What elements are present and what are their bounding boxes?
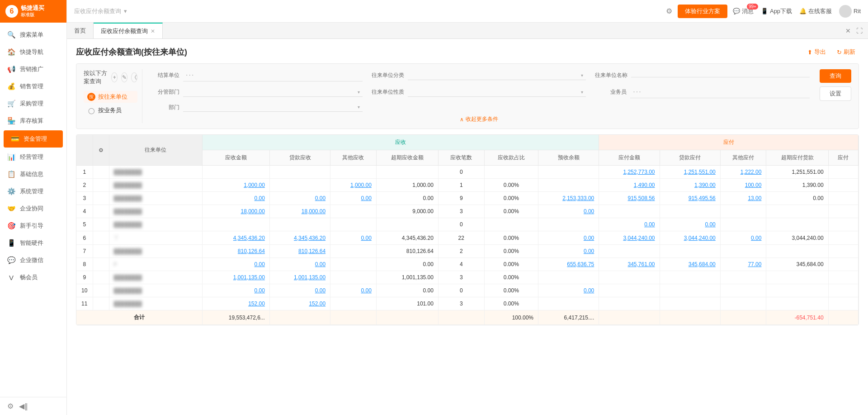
table-cell[interactable] xyxy=(330,297,377,310)
table-cell[interactable] xyxy=(599,205,660,218)
table-cell[interactable]: 0.00 xyxy=(269,284,330,297)
table-cell[interactable] xyxy=(660,205,720,218)
table-cell[interactable]: 18,000.00 xyxy=(202,205,269,218)
table-cell[interactable]: 2,153,333.00 xyxy=(538,192,599,205)
table-cell[interactable] xyxy=(330,258,377,271)
table-cell[interactable]: 152.00 xyxy=(269,297,330,310)
table-cell[interactable] xyxy=(720,245,766,258)
table-cell[interactable] xyxy=(269,179,330,192)
sidebar-item-系统管理[interactable]: ⚙️ 系统管理 xyxy=(0,183,66,200)
table-cell[interactable] xyxy=(538,218,599,231)
table-cell[interactable] xyxy=(660,284,720,297)
table-cell[interactable]: 100.00 xyxy=(720,179,766,192)
table-cell[interactable] xyxy=(720,218,766,231)
table-cell[interactable]: 0.00 xyxy=(538,245,599,258)
sidebar-item-畅会员[interactable]: V 畅会员 xyxy=(0,269,66,286)
table-cell[interactable]: 0.00 xyxy=(599,218,660,231)
table-cell[interactable]: 1,390.00 xyxy=(660,179,720,192)
table-cell[interactable]: 1,222.00 xyxy=(720,166,766,179)
settings-icon[interactable]: ⚙ xyxy=(7,402,14,410)
table-cell[interactable]: 0.00 xyxy=(330,231,377,245)
breadcrumb-chevron[interactable]: ▾ xyxy=(124,8,127,14)
table-cell[interactable]: 0.00 xyxy=(269,192,330,205)
table-cell[interactable]: 1,490.00 xyxy=(599,179,660,192)
partner-name-input[interactable] xyxy=(631,73,810,77)
sidebar-item-智能硬件[interactable]: 📱 智能硬件 xyxy=(0,234,66,252)
table-cell[interactable] xyxy=(538,271,599,284)
table-cell[interactable]: 0.00 xyxy=(538,284,599,297)
partner-nature-select[interactable]: ▾ xyxy=(408,88,586,97)
table-cell[interactable]: 0.00 xyxy=(660,218,720,231)
table-cell[interactable]: 0.00 xyxy=(269,258,330,271)
table-cell[interactable] xyxy=(330,166,377,179)
table-cell[interactable]: 18,000.00 xyxy=(269,205,330,218)
sidebar-item-新手引导[interactable]: 🎯 新手引导 xyxy=(0,217,66,234)
table-cell[interactable] xyxy=(599,284,660,297)
table-cell[interactable]: 1,251,551.00 xyxy=(660,166,720,179)
sidebar-item-搜索菜单[interactable]: 🔍 搜索菜单 xyxy=(0,26,66,43)
tab-home[interactable]: 首页 xyxy=(67,23,94,38)
table-cell[interactable]: 0.00 xyxy=(202,258,269,271)
table-cell[interactable] xyxy=(660,271,720,284)
table-cell[interactable]: 1,001,135.00 xyxy=(202,271,269,284)
table-cell[interactable] xyxy=(599,245,660,258)
table-cell[interactable]: 345,761.00 xyxy=(599,258,660,271)
solution-button[interactable]: 体验行业方案 xyxy=(678,5,727,18)
table-cell[interactable]: 3,044,240.00 xyxy=(660,231,720,245)
table-cell[interactable] xyxy=(720,205,766,218)
table-cell[interactable] xyxy=(330,245,377,258)
user-avatar-area[interactable]: Rit xyxy=(839,5,861,18)
table-cell[interactable]: 4,345,436.20 xyxy=(269,231,330,245)
app-download-action[interactable]: 📱 App下载 xyxy=(761,7,792,15)
table-cell[interactable]: 915,495.56 xyxy=(660,192,720,205)
table-cell[interactable]: 0.00 xyxy=(202,284,269,297)
table-cell[interactable] xyxy=(202,166,269,179)
sidebar-item-库存核算[interactable]: 🏪 库存核算 xyxy=(0,112,66,129)
sidebar-item-采购管理[interactable]: 🛒 采购管理 xyxy=(0,95,66,112)
table-cell[interactable] xyxy=(330,205,377,218)
table-cell[interactable] xyxy=(720,271,766,284)
close-tab-button[interactable]: ✕ xyxy=(844,25,853,36)
table-cell[interactable]: 915,508.56 xyxy=(599,192,660,205)
col-settings[interactable]: ⚙ xyxy=(93,135,109,166)
sidebar-item-经营管理[interactable]: 📊 经营管理 xyxy=(0,148,66,166)
sidebar-item-营销推广[interactable]: 📢 营销推广 xyxy=(0,61,66,78)
table-cell[interactable] xyxy=(720,297,766,310)
query-button[interactable]: 查询 xyxy=(820,69,851,83)
edit-scheme-button[interactable]: ✎ xyxy=(121,72,127,82)
partner-category-select[interactable]: ▾ xyxy=(408,71,586,80)
table-cell[interactable] xyxy=(538,297,599,310)
table-cell[interactable] xyxy=(599,271,660,284)
table-cell[interactable]: 1,252,773.00 xyxy=(599,166,660,179)
gear-icon[interactable]: ⚙ xyxy=(666,7,672,15)
table-cell[interactable] xyxy=(538,179,599,192)
table-cell[interactable]: 0.00 xyxy=(538,231,599,245)
collapse-scheme-button[interactable]: 《 xyxy=(131,72,137,82)
salesperson-input[interactable]: ··· xyxy=(630,86,810,98)
table-cell[interactable] xyxy=(599,297,660,310)
table-cell[interactable]: 810,126.64 xyxy=(269,245,330,258)
sidebar-item-企业微信[interactable]: 💬 企业微信 xyxy=(0,252,66,269)
refresh-button[interactable]: ↻ 刷新 xyxy=(833,46,859,58)
setting-button[interactable]: 设置 xyxy=(820,86,851,101)
scheme-by-partner[interactable]: 按 按往来单位 xyxy=(84,91,137,103)
table-cell[interactable]: 0.00 xyxy=(330,192,377,205)
table-cell[interactable] xyxy=(538,166,599,179)
table-cell[interactable]: 0.00 xyxy=(202,192,269,205)
table-cell[interactable]: 4,345,436.20 xyxy=(202,231,269,245)
table-cell[interactable]: 1,001,135.00 xyxy=(269,271,330,284)
table-cell[interactable] xyxy=(269,166,330,179)
table-cell[interactable]: 0.00 xyxy=(538,205,599,218)
table-cell[interactable]: 345,684.00 xyxy=(660,258,720,271)
sidebar-item-快捷导航[interactable]: 🏠 快捷导航 xyxy=(0,43,66,61)
collapse-row[interactable]: ∧ 收起更多条件 xyxy=(148,115,810,123)
message-action[interactable]: 💬 消息 99+ xyxy=(733,7,754,15)
table-cell[interactable]: 152.00 xyxy=(202,297,269,310)
table-cell[interactable]: 3,044,240.00 xyxy=(599,231,660,245)
table-cell[interactable]: 13.00 xyxy=(720,192,766,205)
table-cell[interactable] xyxy=(720,284,766,297)
table-cell[interactable] xyxy=(330,271,377,284)
tab-close-icon[interactable]: ✕ xyxy=(151,28,155,34)
table-cell[interactable] xyxy=(330,218,377,231)
dept-select[interactable]: ▾ xyxy=(183,103,363,112)
